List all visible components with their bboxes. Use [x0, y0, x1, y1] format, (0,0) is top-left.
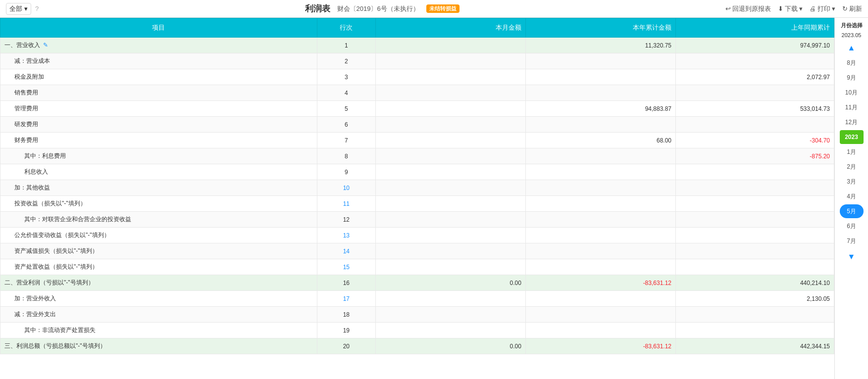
download-icon: ⬇ — [778, 5, 783, 12]
cell-month-amount — [375, 148, 525, 164]
cell-row-num: 5 — [317, 101, 375, 117]
cell-year-amount — [525, 291, 675, 307]
cell-row-num[interactable]: 13 — [317, 228, 375, 243]
cell-row-num[interactable]: 11 — [317, 196, 375, 212]
sidebar-month-item[interactable]: 5月 — [840, 204, 864, 218]
download-button[interactable]: ⬇ 下载 ▾ — [778, 4, 803, 13]
sidebar-month-item[interactable]: 4月 — [840, 190, 864, 203]
cell-row-num: 6 — [317, 117, 375, 133]
download-label: 下载 — [785, 4, 798, 13]
edit-icon[interactable]: ✎ — [43, 42, 48, 48]
cell-item: 减：营业外支出 — [0, 307, 317, 323]
cell-month-amount — [375, 212, 525, 228]
cell-prev-amount — [676, 196, 834, 212]
sidebar-month-item[interactable]: 9月 — [840, 71, 864, 85]
item-label: 销售费用 — [14, 89, 38, 96]
table-row: 资产减值损失（损失以"-"填列）14 — [0, 243, 834, 259]
scope-label: 全部 — [9, 4, 22, 13]
cell-month-amount — [375, 180, 525, 196]
cell-prev-amount — [676, 164, 834, 180]
sidebar-month-item[interactable]: 3月 — [840, 175, 864, 189]
cell-prev-amount — [676, 307, 834, 323]
cell-item: 其中：非流动资产处置损失 — [0, 323, 317, 338]
cell-month-amount — [375, 53, 525, 69]
cell-year-amount: -83,631.12 — [525, 338, 675, 354]
sidebar-down-arrow[interactable]: ▼ — [845, 250, 859, 264]
item-label: 利息收入 — [24, 168, 48, 175]
cell-item: 其中：利息费用 — [0, 148, 317, 164]
sidebar-month-item[interactable]: 6月 — [840, 219, 864, 233]
top-bar: 全部 ▾ ? 利润表 财会〔2019〕6号（未执行） 未结转损益 ↩ 回退到原报… — [0, 0, 868, 18]
cell-prev-amount — [676, 53, 834, 69]
sidebar-month-item[interactable]: 11月 — [840, 100, 864, 114]
print-label: 打印 — [817, 4, 830, 13]
scope-dropdown[interactable]: 全部 ▾ — [6, 3, 31, 15]
table-row: 一、营业收入✎111,320.75974,997.10 — [0, 38, 834, 53]
sidebar-month-item[interactable]: 2月 — [840, 160, 864, 174]
cell-row-num[interactable]: 14 — [317, 243, 375, 259]
cell-row-num: 7 — [317, 133, 375, 148]
cell-row-num: 12 — [317, 212, 375, 228]
cell-year-amount: 68.00 — [525, 133, 675, 148]
print-button[interactable]: 🖨 打印 ▾ — [810, 4, 835, 13]
cell-month-amount — [375, 85, 525, 101]
cell-prev-amount — [676, 228, 834, 243]
sidebar-month-item[interactable]: 1月 — [840, 145, 864, 159]
cell-prev-amount: 2,130.05 — [676, 291, 834, 307]
sidebar-month-item[interactable]: 10月 — [840, 86, 864, 99]
refresh-button[interactable]: ↻ 刷新 — [842, 4, 862, 13]
col-header-year: 本年累计金额 — [525, 18, 675, 38]
cell-year-amount — [525, 212, 675, 228]
month-sidebar: 月份选择 2023.05 ▲ 8月9月10月11月12月20231月2月3月4月… — [834, 18, 868, 379]
back-button[interactable]: ↩ 回退到原报表 — [725, 4, 771, 13]
cell-prev-amount: -875.20 — [676, 148, 834, 164]
cell-row-num: 9 — [317, 164, 375, 180]
cell-prev-amount — [676, 85, 834, 101]
item-label: 减：营业外支出 — [14, 311, 56, 318]
main-container: 项目 行次 本月金额 本年累计金额 上年同期累计 一、营业收入✎111,320.… — [0, 18, 868, 379]
cell-month-amount — [375, 117, 525, 133]
cell-prev-amount — [676, 323, 834, 338]
table-row: 三、利润总额（亏损总额以"-"号填列）200.00-83,631.12442,3… — [0, 338, 834, 354]
item-label: 其中：非流动资产处置损失 — [24, 327, 96, 333]
item-label: 加：其他收益 — [14, 184, 50, 191]
cell-row-num: 20 — [317, 338, 375, 354]
cell-month-amount — [375, 259, 525, 275]
help-icon[interactable]: ? — [35, 5, 39, 12]
download-arrow-icon: ▾ — [799, 5, 803, 12]
sidebar-month-item[interactable]: 7月 — [840, 234, 864, 248]
cell-row-num: 8 — [317, 148, 375, 164]
cell-year-amount — [525, 228, 675, 243]
sidebar-year: 2023.05 — [842, 32, 862, 38]
cell-year-amount — [525, 69, 675, 85]
item-label: 其中：对联营企业和合营企业的投资收益 — [24, 216, 131, 223]
cell-prev-amount: 974,997.10 — [676, 38, 834, 53]
cell-item: 加：营业外收入 — [0, 291, 317, 307]
cell-item: 投资收益（损失以"-"填列） — [0, 196, 317, 212]
cell-month-amount — [375, 101, 525, 117]
item-label: 税金及附加 — [14, 73, 44, 80]
sidebar-month-item[interactable]: 12月 — [840, 115, 864, 129]
cell-row-num[interactable]: 17 — [317, 291, 375, 307]
sidebar-year-label[interactable]: 2023 — [840, 130, 864, 144]
print-arrow-icon: ▾ — [832, 5, 835, 12]
table-row: 加：其他收益10 — [0, 180, 834, 196]
table-row: 其中：非流动资产处置损失19 — [0, 323, 834, 338]
top-bar-right: ↩ 回退到原报表 ⬇ 下载 ▾ 🖨 打印 ▾ ↻ 刷新 — [725, 4, 862, 13]
table-row: 减：营业成本2 — [0, 53, 834, 69]
item-label: 财务费用 — [14, 137, 38, 143]
cell-prev-amount: 442,344.15 — [676, 338, 834, 354]
cell-item: 加：其他收益 — [0, 180, 317, 196]
cell-item: 财务费用 — [0, 133, 317, 148]
cell-row-num[interactable]: 10 — [317, 180, 375, 196]
sidebar-up-arrow[interactable]: ▲ — [845, 41, 859, 55]
cell-year-amount: 11,320.75 — [525, 38, 675, 53]
cell-month-amount — [375, 323, 525, 338]
item-label: 一、营业收入 — [4, 42, 40, 48]
sidebar-month-item[interactable]: 8月 — [840, 56, 864, 70]
refresh-label: 刷新 — [849, 4, 862, 13]
table-row: 税金及附加32,072.97 — [0, 69, 834, 85]
item-label: 管理费用 — [14, 105, 38, 112]
cell-row-num[interactable]: 15 — [317, 259, 375, 275]
cell-item: 税金及附加 — [0, 69, 317, 85]
